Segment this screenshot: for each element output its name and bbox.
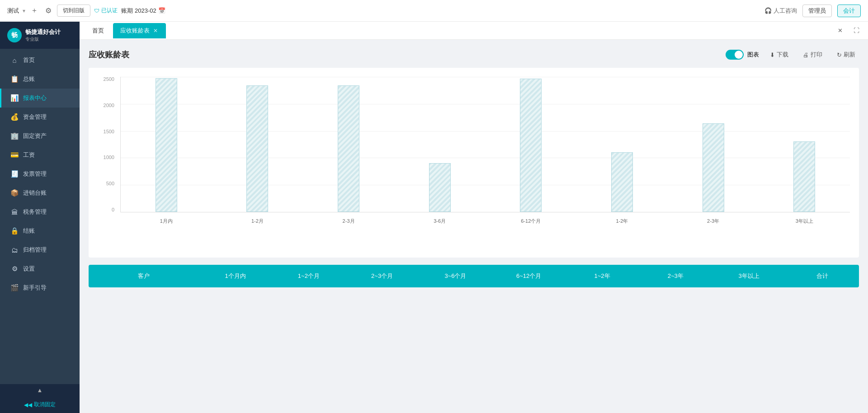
x-label-2-3year: 2-3年 <box>707 218 719 225</box>
report-icon: 📊 <box>10 94 19 102</box>
ledger-icon: 📋 <box>10 75 19 83</box>
bar-6-12month-fill <box>520 79 542 212</box>
sidebar-item-fixed-assets[interactable]: 🏢固定资产 <box>0 127 80 145</box>
chart-container: 0 500 1000 1500 2000 2500 <box>89 68 859 258</box>
consult-label: 人工咨询 <box>774 7 797 15</box>
bar-1month: 1月内 <box>121 77 212 212</box>
bar-1-2month-fill <box>246 85 268 212</box>
logo-text-area: 畅捷通好会计 专业版 <box>25 28 61 42</box>
sidebar-item-closing[interactable]: 🔒结账 <box>0 221 80 240</box>
certified-badge: 🛡 已认证 <box>94 7 118 14</box>
add-icon[interactable]: ＋ <box>29 4 40 17</box>
col-2-3year: 2~3年 <box>639 265 712 287</box>
sidebar-item-guide[interactable]: 🎬新手引导 <box>0 278 80 297</box>
admin-button[interactable]: 管理员 <box>802 5 832 17</box>
tax-icon: 🏛 <box>10 208 19 216</box>
table-container: 客户 1个月内 1~2个月 2~3个月 3~6个月 6~12个月 1~2年 2~… <box>89 265 859 287</box>
x-label-2-3month: 2-3月 <box>343 218 355 225</box>
archive-icon: 🗂 <box>10 246 19 254</box>
x-label-3-6month: 3-6月 <box>434 218 446 225</box>
bars-area: 1月内 1-2月 2-3月 <box>120 77 850 212</box>
sidebar-label-guide: 新手引导 <box>23 284 47 292</box>
company-name: 测试 <box>7 7 19 15</box>
inventory-icon: 📦 <box>10 189 19 197</box>
sidebar-label-funds: 资金管理 <box>23 113 47 121</box>
x-label-1-2month: 1-2月 <box>251 218 264 225</box>
switch-old-button[interactable]: 切到旧版 <box>57 5 90 17</box>
consult-button[interactable]: 🎧 人工咨询 <box>764 7 797 15</box>
settings-icon[interactable]: ⚙ <box>43 5 53 17</box>
ar-aging-tab-label: 应收账龄表 <box>120 27 150 35</box>
col-2-3month: 2~3个月 <box>345 265 419 287</box>
sidebar-label-inventory: 进销台账 <box>23 189 47 197</box>
main-layout: 畅 畅捷通好会计 专业版 ⌂首页📋总账📊报表中心💰资金管理🏢固定资产💳工资🧾发票… <box>0 22 868 413</box>
logo-icon: 畅 <box>7 28 22 42</box>
sidebar-item-funds[interactable]: 💰资金管理 <box>0 108 80 127</box>
closing-icon: 🔒 <box>10 227 19 235</box>
scroll-up-btn[interactable]: ▲ <box>0 384 80 396</box>
settings-icon: ⚙ <box>10 265 19 273</box>
tab-close-window-icon[interactable]: ✕ <box>834 24 846 37</box>
sidebar-label-home: 首页 <box>23 56 35 64</box>
sidebar-item-payroll[interactable]: 💳工资 <box>0 145 80 164</box>
col-3year-plus: 3年以上 <box>712 265 785 287</box>
refresh-icon: ↻ <box>837 52 842 58</box>
x-label-3year-plus: 3年以上 <box>796 218 813 225</box>
print-label: 打印 <box>811 51 822 59</box>
x-label-1-2year: 1-2年 <box>616 218 628 225</box>
tab-expand-icon[interactable]: ⛶ <box>850 24 863 37</box>
cancel-pin-button[interactable]: ◀◀ 取消固定 <box>0 396 80 413</box>
sidebar-item-tax[interactable]: 🏛税务管理 <box>0 202 80 221</box>
sidebar-label-ledger: 总账 <box>23 75 35 83</box>
sidebar-label-closing: 结账 <box>23 227 35 235</box>
bar-1-2year-fill <box>611 152 633 212</box>
sidebar-item-inventory[interactable]: 📦进销台账 <box>0 183 80 202</box>
sidebar-item-report[interactable]: 📊报表中心 <box>0 89 80 108</box>
bar-1month-fill <box>156 78 177 212</box>
bar-6-12month: 6-12个月 <box>486 77 577 212</box>
bar-2-3year-fill <box>703 123 724 212</box>
top-header: 测试 ▾ ＋ ⚙ 切到旧版 🛡 已认证 账期 2023-02 📅 🎧 人工咨询 … <box>0 0 868 22</box>
print-button[interactable]: 🖨 打印 <box>799 49 826 61</box>
sidebar-item-home[interactable]: ⌂首页 <box>0 51 80 70</box>
chart-toggle-label: 图表 <box>747 51 759 59</box>
tab-ar-aging[interactable]: 应收账龄表 ✕ <box>113 23 166 38</box>
chart-toggle-switch[interactable] <box>726 50 744 60</box>
print-icon: 🖨 <box>803 52 809 58</box>
bar-3-6month: 3-6月 <box>394 77 486 212</box>
bar-3year-plus-fill <box>793 141 815 212</box>
col-1-2year: 1~2年 <box>566 265 639 287</box>
period-label: 账期 <box>121 7 133 15</box>
tab-home[interactable]: 首页 <box>85 23 111 38</box>
period-value: 2023-02 <box>135 7 156 14</box>
funds-icon: 💰 <box>10 113 19 121</box>
download-button[interactable]: ⬇ 下载 <box>766 49 792 61</box>
bar-1-2year: 1-2年 <box>576 77 668 212</box>
sidebar-item-settings[interactable]: ⚙设置 <box>0 259 80 278</box>
bar-2-3year: 2-3年 <box>668 77 759 212</box>
download-label: 下载 <box>777 51 788 59</box>
y-label-2500: 2500 <box>98 77 118 82</box>
sidebar-label-fixed-assets: 固定资产 <box>23 132 47 140</box>
y-axis: 0 500 1000 1500 2000 2500 <box>98 77 118 212</box>
shield-icon: 🛡 <box>94 8 99 14</box>
col-6-12month: 6~12个月 <box>492 265 566 287</box>
sidebar-item-archive[interactable]: 🗂归档管理 <box>0 240 80 259</box>
calendar-icon[interactable]: 📅 <box>158 7 165 14</box>
sidebar-item-invoice[interactable]: 🧾发票管理 <box>0 164 80 183</box>
home-icon: ⌂ <box>10 56 19 64</box>
company-dropdown-icon[interactable]: ▾ <box>23 8 25 14</box>
y-label-500: 500 <box>98 181 118 186</box>
refresh-button[interactable]: ↻ 刷新 <box>833 49 859 61</box>
logo-char: 畅 <box>11 31 18 39</box>
header-right: 🎧 人工咨询 管理员 会计 <box>764 5 861 17</box>
tab-bar: 首页 应收账龄表 ✕ ✕ ⛶ <box>80 22 868 40</box>
sidebar-item-ledger[interactable]: 📋总账 <box>0 70 80 89</box>
guide-icon: 🎬 <box>10 284 19 292</box>
download-icon: ⬇ <box>770 52 775 58</box>
col-customer: 客户 <box>89 265 198 287</box>
home-tab-label: 首页 <box>92 27 104 35</box>
header-left: 测试 ▾ ＋ ⚙ 切到旧版 🛡 已认证 账期 2023-02 📅 <box>7 4 759 17</box>
tab-close-icon[interactable]: ✕ <box>152 28 159 34</box>
accountant-button[interactable]: 会计 <box>837 5 861 17</box>
